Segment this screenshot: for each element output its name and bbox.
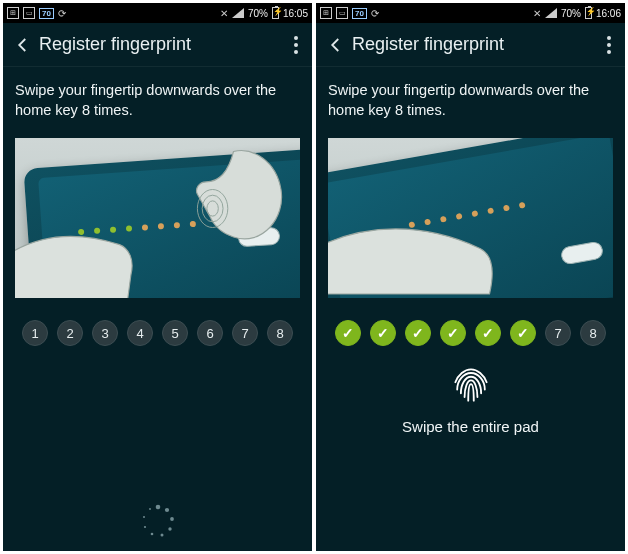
illustration-hand-icon [328,138,613,298]
instruction-text: Swipe your fingertip downwards over the … [328,81,613,120]
screenshot-left: ⊞ ▭ 70 ⟳ ✕ 70% 16:05 Register fingerprin… [3,3,312,551]
instruction-line1: Swipe your fingertip downwards over the [328,82,589,98]
svg-point-5 [168,527,171,530]
battery-icon [585,7,592,19]
instruction-line1: Swipe your fingertip downwards over the [15,82,276,98]
progress-step: 3 [405,320,431,346]
battery-pct: 70% [248,8,268,19]
back-button[interactable] [326,35,346,55]
progress-indicator: 12345678 [328,320,613,346]
battery-pct: 70% [561,8,581,19]
progress-step: 1 [22,320,48,346]
svg-point-6 [160,534,163,537]
instruction-text: Swipe your fingertip downwards over the … [15,81,300,120]
progress-step: 6 [510,320,536,346]
illustration-hand-icon [15,138,300,298]
progress-step: 3 [92,320,118,346]
illustration [328,138,613,298]
progress-step: 4 [127,320,153,346]
clock: 16:06 [596,8,621,19]
progress-step: 8 [580,320,606,346]
battery-icon [272,7,279,19]
data-badge: 70 [352,8,367,19]
progress-step: 8 [267,320,293,346]
instruction-line2: home key 8 times. [328,102,446,118]
data-badge: 70 [39,8,54,19]
status-bar: ⊞ ▭ 70 ⟳ ✕ 70% 16:05 [3,3,312,23]
status-bar: ⊞ ▭ 70 ⟳ ✕ 70% 16:06 [316,3,625,23]
screenshot-icon: ▭ [23,7,35,19]
sync-icon: ⟳ [58,8,66,19]
vibrate-icon: ✕ [220,8,228,19]
progress-step: 7 [232,320,258,346]
screenshot-right: ⊞ ▭ 70 ⟳ ✕ 70% 16:06 Register fingerprin… [316,3,625,551]
page-title: Register fingerprint [39,34,191,55]
sync-icon: ⟳ [371,8,379,19]
illustration [15,138,300,298]
progress-step: 7 [545,320,571,346]
notification-icon: ⊞ [7,7,19,19]
svg-point-2 [155,505,160,510]
back-button[interactable] [13,35,33,55]
svg-point-4 [170,517,174,521]
progress-step: 2 [57,320,83,346]
action-bar: Register fingerprint [316,23,625,67]
loading-spinner [138,501,178,541]
action-bar: Register fingerprint [3,23,312,67]
progress-step: 5 [475,320,501,346]
progress-step: 6 [197,320,223,346]
progress-indicator: 12345678 [15,320,300,346]
notification-icon: ⊞ [320,7,332,19]
overflow-menu-button[interactable] [603,32,615,58]
signal-icon [232,8,244,18]
svg-point-7 [150,533,153,536]
content-area: Swipe your fingertip downwards over the … [316,67,625,551]
svg-point-9 [143,516,145,518]
vibrate-icon: ✕ [533,8,541,19]
progress-step: 5 [162,320,188,346]
svg-point-3 [164,508,168,512]
chevron-left-icon [14,36,32,54]
screenshot-icon: ▭ [336,7,348,19]
progress-step: 1 [335,320,361,346]
instruction-line2: home key 8 times. [15,102,133,118]
overflow-menu-button[interactable] [290,32,302,58]
svg-point-8 [143,526,145,528]
chevron-left-icon [327,36,345,54]
content-area: Swipe your fingertip downwards over the … [3,67,312,551]
fingerprint-icon [448,362,494,408]
swipe-hint-text: Swipe the entire pad [402,418,539,435]
clock: 16:05 [283,8,308,19]
progress-step: 2 [370,320,396,346]
progress-step: 4 [440,320,466,346]
page-title: Register fingerprint [352,34,504,55]
signal-icon [545,8,557,18]
svg-point-10 [149,508,151,510]
